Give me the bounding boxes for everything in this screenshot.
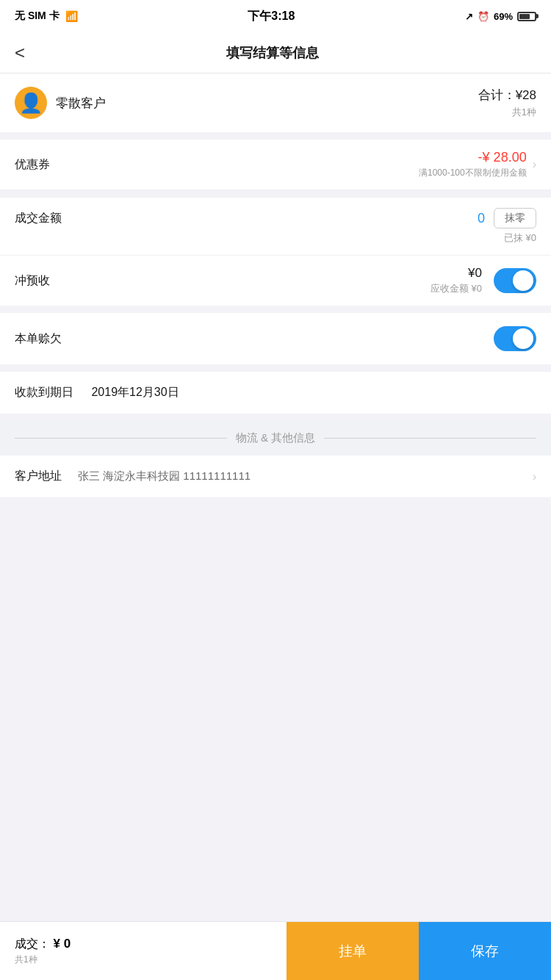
battery-icon [517,12,536,21]
deal-right: 0 抹零 [478,208,536,228]
logistics-divider: 物流 & 其他信息 [0,421,551,455]
chevron-right-icon: › [533,158,536,171]
status-left: 无 SIM 卡 📶 [15,10,78,23]
credit-section: 本单赊欠 [0,313,551,364]
prepay-right: ¥0 应收金额 ¥0 [431,266,536,295]
coupon-amount: -¥ 28.00 [419,150,527,165]
coupon-label: 优惠券 [15,157,50,173]
address-section[interactable]: 客户地址 张三 海淀永丰科技园 11111111111 › [0,455,551,497]
customer-row: 👤 零散客户 合计：¥28 共1种 [0,73,551,132]
bottom-btn-group: 挂单 保存 [287,922,551,980]
bottom-deal-label-row: 成交： ¥ 0 [15,937,272,952]
wifi-icon: 📶 [65,10,78,22]
page-title: 填写结算等信息 [31,44,514,62]
round-button[interactable]: 抹零 [494,208,536,228]
coupon-row[interactable]: 优惠券 -¥ 28.00 满1000-100不限制使用金额 › [0,140,551,190]
battery-percent: 69% [494,11,513,22]
divider-right [324,438,536,439]
prepay-label: 冲预收 [15,273,50,289]
deal-label: 成交金额 [15,211,62,226]
credit-toggle-knob [513,328,533,349]
deal-row-top: 成交金额 0 抹零 [15,208,536,228]
coupon-right: -¥ 28.00 满1000-100不限制使用金额 [419,150,527,179]
prepay-toggle[interactable] [494,268,536,293]
duedate-value: 2019年12月30日 [91,386,179,398]
status-bar: 无 SIM 卡 📶 下午3:18 ↗ ⏰ 69% [0,0,551,32]
back-button[interactable]: < [15,37,31,69]
location-icon: ↗ [465,11,473,22]
duedate-section: 收款到期日 2019年12月30日 [0,372,551,414]
bottom-bar: 成交： ¥ 0 共1种 挂单 保存 [0,921,551,980]
deal-prepay-section: 成交金额 0 抹零 已抹 ¥0 冲预收 ¥0 应收金额 ¥0 [0,198,551,306]
bottom-deal-count: 共1种 [15,954,272,966]
alarm-icon: ⏰ [478,11,489,22]
bottom-deal-label: 成交： [15,937,50,950]
deal-sub: 已抹 ¥0 [15,231,536,245]
credit-toggle[interactable] [494,326,536,351]
sim-status: 无 SIM 卡 [15,10,60,23]
prepay-row: 冲预收 ¥0 应收金额 ¥0 [0,256,551,306]
total-amount: 合计：¥28 [478,87,536,104]
status-time: 下午3:18 [248,9,295,24]
empty-space [0,497,551,644]
deal-row: 成交金额 0 抹零 已抹 ¥0 [0,198,551,256]
customer-left: 👤 零散客户 [15,87,106,119]
duedate-label: 收款到期日 [15,386,73,398]
prepay-amounts: ¥0 应收金额 ¥0 [431,266,482,295]
deal-amount: 0 [478,211,485,226]
bottom-deal-amount: ¥ 0 [53,937,71,951]
hold-button[interactable]: 挂单 [287,922,419,980]
status-right: ↗ ⏰ 69% [465,11,536,22]
divider-left [15,438,227,439]
credit-label: 本单赊欠 [15,331,62,347]
customer-name: 零散客户 [56,95,106,112]
address-chevron-icon: › [533,470,536,483]
prepay-amount-main: ¥0 [431,266,482,281]
coupon-section: 优惠券 -¥ 28.00 满1000-100不限制使用金额 › [0,140,551,190]
logistics-label: 物流 & 其他信息 [236,431,315,445]
total-count: 共1种 [478,106,536,119]
address-value: 张三 海淀永丰科技园 11111111111 [78,469,533,483]
content: 👤 零散客户 合计：¥28 共1种 优惠券 -¥ 28.00 满1000-100… [0,73,551,718]
bottom-deal-info: 成交： ¥ 0 共1种 [0,937,287,966]
coupon-desc: 满1000-100不限制使用金额 [419,167,527,179]
customer-right: 合计：¥28 共1种 [478,87,536,119]
prepay-amount-sub: 应收金额 ¥0 [431,282,482,295]
avatar: 👤 [15,87,47,119]
person-icon: 👤 [19,92,43,115]
save-button[interactable]: 保存 [419,922,551,980]
nav-bar: < 填写结算等信息 [0,32,551,73]
toggle-knob [513,270,533,291]
address-label: 客户地址 [15,469,66,484]
